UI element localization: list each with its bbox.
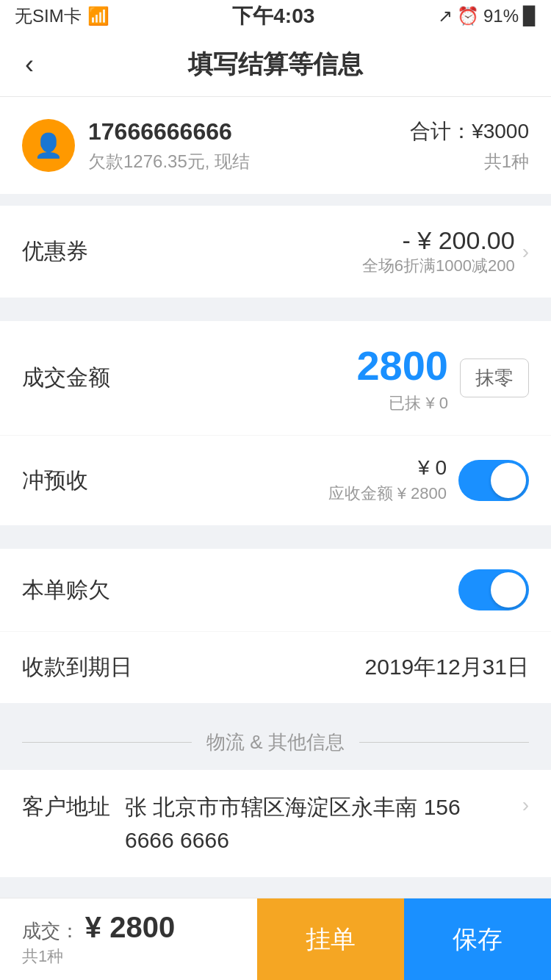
debt-section: 本单赊欠 收款到期日 2019年12月31日 [0, 549, 551, 703]
coupon-right: - ¥ 200.00 全场6折满1000减200 › [362, 226, 529, 277]
user-count: 共1种 [410, 150, 529, 173]
debt-right [458, 569, 529, 610]
avatar-icon: 👤 [34, 131, 63, 159]
transaction-amount: 2800 [356, 342, 448, 389]
user-details: 17666666666 欠款1276.35元, 现结 [88, 118, 250, 173]
prepay-label: 冲预收 [22, 466, 88, 496]
user-total: 合计：¥3000 [410, 118, 529, 145]
page-title: 填写结算等信息 [188, 48, 363, 82]
user-left: 👤 17666666666 欠款1276.35元, 现结 [22, 118, 250, 173]
save-button[interactable]: 保存 [404, 898, 551, 981]
coupon-amount: - ¥ 200.00 [362, 226, 515, 255]
prepay-toggle[interactable] [458, 460, 529, 501]
transaction-sub: 已抹 ¥ 0 [389, 392, 448, 414]
coupon-row[interactable]: 优惠券 - ¥ 200.00 全场6折满1000减200 › [0, 206, 551, 298]
debt-toggle[interactable] [458, 569, 529, 610]
alarm-icon: ⏰ [457, 6, 479, 26]
address-row[interactable]: 客户地址 张 北京市市辖区海淀区永丰南 156 6666 6666 › [0, 770, 551, 877]
content: 👤 17666666666 欠款1276.35元, 现结 合计：¥3000 共1… [0, 97, 551, 980]
bottom-total-amount: ¥ 2800 [85, 911, 175, 943]
carrier-label: 无SIM卡 [15, 4, 82, 28]
section-divider-2 [0, 537, 551, 549]
avatar: 👤 [22, 119, 75, 172]
user-phone: 17666666666 [88, 118, 250, 145]
bottom-total-label: 成交： [22, 920, 79, 942]
address-chevron-icon: › [522, 790, 529, 817]
bottom-bar: 成交： ¥ 2800 共1种 挂单 保存 [0, 898, 551, 980]
prepay-sub: 应收金额 ¥ 2800 [328, 483, 447, 505]
user-right: 合计：¥3000 共1种 [410, 118, 529, 173]
section-divider-1 [0, 309, 551, 321]
coupon-desc: 全场6折满1000减200 [362, 255, 515, 277]
transaction-values: 2800 已抹 ¥ 0 [356, 342, 448, 414]
bottom-count: 共1种 [22, 945, 235, 968]
prepay-value: ¥ 0 [418, 456, 447, 480]
transaction-right: 2800 已抹 ¥ 0 抹零 [356, 342, 529, 414]
status-right: ↗ ⏰ 91% ▉ [438, 6, 536, 26]
transaction-row: 成交金额 2800 已抹 ¥ 0 抹零 [0, 321, 551, 436]
round-button[interactable]: 抹零 [460, 359, 529, 397]
due-date-value: 2019年12月31日 [365, 652, 529, 682]
status-bar: 无SIM卡 📶 下午4:03 ↗ ⏰ 91% ▉ [0, 0, 551, 32]
user-info-row: 👤 17666666666 欠款1276.35元, 现结 合计：¥3000 共1… [0, 97, 551, 194]
bottom-summary: 成交： ¥ 2800 共1种 [0, 911, 257, 968]
location-icon: ↗ [438, 6, 453, 26]
coupon-value: - ¥ 200.00 全场6折满1000减200 [362, 226, 515, 277]
prepay-values: ¥ 0 应收金额 ¥ 2800 [328, 456, 447, 505]
address-section: 客户地址 张 北京市市辖区海淀区永丰南 156 6666 6666 › [0, 770, 551, 877]
coupon-section: 优惠券 - ¥ 200.00 全场6折满1000减200 › [0, 206, 551, 298]
logistics-section-label: 物流 & 其他信息 [0, 715, 551, 770]
address-value: 张 北京市市辖区海淀区永丰南 156 6666 6666 [125, 790, 515, 857]
form-section-1: 成交金额 2800 已抹 ¥ 0 抹零 冲预收 ¥ 0 应收金额 ¥ 2800 [0, 321, 551, 525]
coupon-chevron-icon: › [522, 240, 529, 264]
transaction-label: 成交金额 [22, 363, 110, 393]
debt-label: 本单赊欠 [22, 575, 110, 605]
due-date-row: 收款到期日 2019年12月31日 [0, 632, 551, 703]
nav-bar: ‹ 填写结算等信息 [0, 32, 551, 97]
due-date-label: 收款到期日 [22, 652, 132, 682]
debt-row: 本单赊欠 [0, 549, 551, 632]
coupon-label: 优惠券 [22, 237, 88, 267]
hang-button[interactable]: 挂单 [257, 898, 404, 981]
back-button[interactable]: ‹ [18, 42, 41, 87]
status-time: 下午4:03 [232, 2, 314, 30]
wifi-icon: 📶 [87, 6, 109, 26]
status-left: 无SIM卡 📶 [15, 4, 109, 28]
battery-icon: ▉ [523, 6, 536, 26]
address-label: 客户地址 [22, 790, 110, 822]
bottom-total-row: 成交： ¥ 2800 [22, 911, 235, 944]
logistics-label-text: 物流 & 其他信息 [206, 729, 345, 755]
battery-label: 91% [483, 6, 519, 26]
prepay-row: 冲预收 ¥ 0 应收金额 ¥ 2800 [0, 436, 551, 525]
user-debt: 欠款1276.35元, 现结 [88, 150, 250, 173]
prepay-right: ¥ 0 应收金额 ¥ 2800 [328, 456, 529, 505]
